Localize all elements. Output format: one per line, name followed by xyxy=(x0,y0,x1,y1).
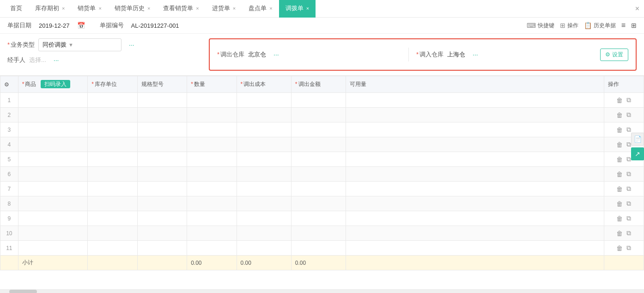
scan-btn[interactable]: 扫码录入 xyxy=(41,80,70,88)
row-copy-icon[interactable]: ⧉ xyxy=(626,200,631,208)
row-qty[interactable] xyxy=(187,182,237,196)
row-delete-icon[interactable]: 🗑 xyxy=(616,141,623,148)
row-unit[interactable] xyxy=(88,226,137,241)
th-gear[interactable]: ⚙ xyxy=(0,76,18,93)
row-qty[interactable] xyxy=(187,211,237,226)
row-unit[interactable] xyxy=(88,93,137,108)
row-product[interactable] xyxy=(18,211,87,226)
row-product[interactable] xyxy=(18,93,87,108)
row-amount[interactable] xyxy=(291,182,346,196)
row-unit[interactable] xyxy=(88,137,137,152)
tab-sales-order[interactable]: 销货单 × xyxy=(71,0,108,18)
row-delete-icon[interactable]: 🗑 xyxy=(616,215,623,222)
row-cost[interactable] xyxy=(237,196,291,211)
shortcuts-button[interactable]: ⌨ 快捷键 xyxy=(527,22,554,30)
row-product[interactable] xyxy=(18,226,87,241)
row-amount[interactable] xyxy=(291,122,346,137)
right-export-button[interactable]: ↗ xyxy=(631,147,644,160)
row-delete-icon[interactable]: 🗑 xyxy=(616,200,623,208)
row-cost[interactable] xyxy=(237,241,291,256)
row-spec[interactable] xyxy=(137,167,187,182)
row-spec[interactable] xyxy=(137,152,187,167)
row-unit[interactable] xyxy=(88,167,137,182)
row-qty[interactable] xyxy=(187,93,237,108)
biz-type-select[interactable]: 同价调拨 ▼ xyxy=(38,38,122,51)
row-delete-icon[interactable]: 🗑 xyxy=(616,156,623,163)
row-spec[interactable] xyxy=(137,182,187,196)
row-cost[interactable] xyxy=(237,137,291,152)
row-unit[interactable] xyxy=(88,182,137,196)
row-cost[interactable] xyxy=(237,93,291,108)
settings-button[interactable]: ⚙ 设置 xyxy=(600,49,628,61)
row-delete-icon[interactable]: 🗑 xyxy=(616,97,623,104)
row-spec[interactable] xyxy=(137,226,187,241)
row-amount[interactable] xyxy=(291,93,346,108)
tab-close-sales-history[interactable]: × xyxy=(147,6,150,11)
row-unit[interactable] xyxy=(88,211,137,226)
row-delete-icon[interactable]: 🗑 xyxy=(616,171,623,178)
history-button[interactable]: 📋 历史单据 xyxy=(584,22,616,30)
out-warehouse-value[interactable]: 北京仓 xyxy=(248,50,266,59)
row-delete-icon[interactable]: 🗑 xyxy=(616,185,623,193)
tab-close-transfer[interactable]: × xyxy=(306,6,309,11)
row-amount[interactable] xyxy=(291,196,346,211)
tab-home[interactable]: 首页 xyxy=(4,0,29,18)
row-amount[interactable] xyxy=(291,226,346,241)
scrollbar-thumb[interactable] xyxy=(9,290,37,293)
row-delete-icon[interactable]: 🗑 xyxy=(616,111,623,119)
row-cost[interactable] xyxy=(237,167,291,182)
tab-view-sales[interactable]: 查看销货单 × xyxy=(157,0,205,18)
row-unit[interactable] xyxy=(88,196,137,211)
row-product[interactable] xyxy=(18,122,87,137)
row-qty[interactable] xyxy=(187,196,237,211)
date-value[interactable]: 2019-12-27 xyxy=(39,22,70,29)
row-spec[interactable] xyxy=(137,196,187,211)
row-copy-icon[interactable]: ⧉ xyxy=(626,96,631,104)
row-delete-icon[interactable]: 🗑 xyxy=(616,230,623,237)
row-spec[interactable] xyxy=(137,211,187,226)
row-copy-icon[interactable]: ⧉ xyxy=(626,229,631,237)
row-delete-icon[interactable]: 🗑 xyxy=(616,126,623,134)
row-qty[interactable] xyxy=(187,241,237,256)
row-cost[interactable] xyxy=(237,226,291,241)
row-cost[interactable] xyxy=(237,182,291,196)
row-product[interactable] xyxy=(18,108,87,122)
row-product[interactable] xyxy=(18,182,87,196)
row-copy-icon[interactable]: ⧉ xyxy=(626,155,631,163)
row-delete-icon[interactable]: 🗑 xyxy=(616,244,623,252)
right-doc-button[interactable]: 📄 xyxy=(631,133,644,146)
tab-close-purchase[interactable]: × xyxy=(233,6,236,11)
row-copy-icon[interactable]: ⧉ xyxy=(626,126,631,134)
row-copy-icon[interactable]: ⧉ xyxy=(626,244,631,252)
row-copy-icon[interactable]: ⧉ xyxy=(626,140,631,148)
row-qty[interactable] xyxy=(187,108,237,122)
calendar-icon[interactable]: 📅 xyxy=(77,22,85,29)
row-cost[interactable] xyxy=(237,122,291,137)
row-qty[interactable] xyxy=(187,137,237,152)
row-copy-icon[interactable]: ⧉ xyxy=(626,170,631,178)
in-warehouse-more-btn[interactable]: ··· xyxy=(473,51,478,58)
row-amount[interactable] xyxy=(291,137,346,152)
tab-inventory[interactable]: 盘点单 × xyxy=(242,0,279,18)
row-product[interactable] xyxy=(18,137,87,152)
row-unit[interactable] xyxy=(88,122,137,137)
row-copy-icon[interactable]: ⧉ xyxy=(626,111,631,119)
row-spec[interactable] xyxy=(137,93,187,108)
biz-type-more-btn[interactable]: ··· xyxy=(129,41,134,49)
row-product[interactable] xyxy=(18,152,87,167)
person-placeholder[interactable]: 选择... xyxy=(29,56,46,64)
tab-purchase[interactable]: 进货单 × xyxy=(206,0,242,18)
row-product[interactable] xyxy=(18,241,87,256)
row-amount[interactable] xyxy=(291,152,346,167)
tab-stock-init[interactable]: 库存期初 × xyxy=(29,0,71,18)
row-qty[interactable] xyxy=(187,226,237,241)
row-unit[interactable] xyxy=(88,108,137,122)
row-cost[interactable] xyxy=(237,152,291,167)
row-qty[interactable] xyxy=(187,152,237,167)
horizontal-scrollbar[interactable] xyxy=(0,289,644,293)
tab-close-view-sales[interactable]: × xyxy=(196,6,199,11)
operations-button[interactable]: ⊞ 操作 xyxy=(560,22,578,30)
tab-sales-history[interactable]: 销货单历史 × xyxy=(108,0,157,18)
in-warehouse-value[interactable]: 上海仓 xyxy=(447,50,465,59)
row-spec[interactable] xyxy=(137,137,187,152)
